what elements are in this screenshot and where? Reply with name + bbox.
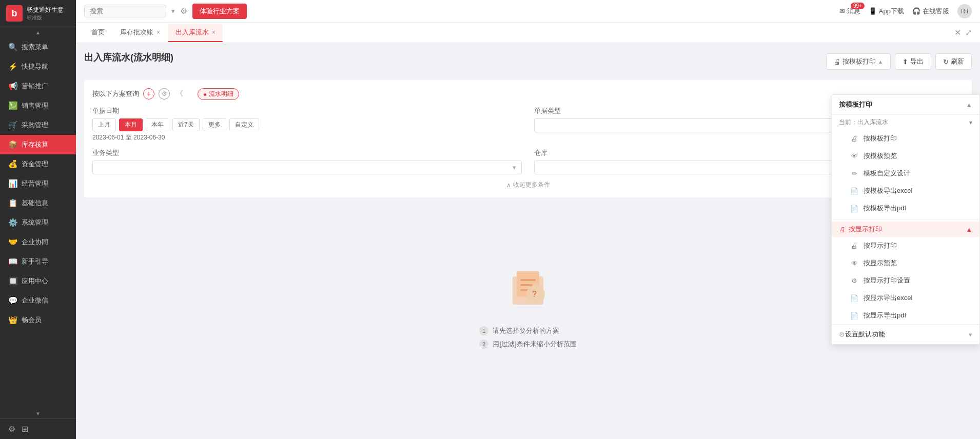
app-download-btn[interactable]: 📱 App下载 [869, 7, 904, 16]
page-title: 出入库流水(流水明细) [84, 51, 173, 64]
date-btns: 上月 本月 本年 近7天 更多 自定义 [92, 118, 522, 131]
print-arrow-icon: ▲ [878, 59, 883, 65]
wechat-icon: 💬 [8, 296, 17, 305]
tab-close-all-btn[interactable]: ✕ [954, 28, 961, 37]
filter-tag-item[interactable]: ● 流水明细 [198, 88, 239, 100]
handshake-icon: 🤝 [8, 237, 17, 247]
sidebar-scroll-up[interactable]: ▲ [0, 27, 76, 37]
display-print-icon: 🖨 [850, 242, 858, 250]
sidebar-item-shortcut[interactable]: ⚡ 快捷导航 [0, 57, 76, 76]
date-btn-custom[interactable]: 自定义 [229, 118, 259, 131]
sidebar-item-marketing[interactable]: 📢 营销推广 [0, 76, 76, 96]
date-btn-more[interactable]: 更多 [203, 118, 226, 131]
display-excel-icon: 📄 [850, 294, 858, 302]
export-btn[interactable]: ⬆ 导出 [895, 53, 931, 70]
dropdown-item-template-pdf[interactable]: 📄 按模板导出pdf [832, 199, 979, 217]
display-preview-icon: 👁 [850, 259, 858, 267]
sidebar-item-member[interactable]: 👑 畅会员 [0, 310, 76, 330]
sidebar-item-purchase[interactable]: 🛒 采购管理 [0, 115, 76, 135]
sidebar-scroll-down[interactable]: ▼ [0, 408, 76, 418]
print-btn[interactable]: 🖨 按模板打印 ▲ [826, 53, 891, 70]
collapse-sidebar-icon[interactable]: ⊞ [22, 424, 28, 434]
export-icon: ⬆ [903, 58, 908, 66]
book-icon: 📖 [8, 257, 17, 266]
header-right: ✉ 消息 99+ 📱 App下载 🎧 在线客服 Rit [839, 4, 972, 18]
tab-batch[interactable]: 库存批次账 × [113, 24, 167, 42]
biz-type-select[interactable]: ▾ [92, 161, 522, 174]
tab-batch-close[interactable]: × [156, 29, 160, 36]
search-input[interactable] [84, 5, 166, 17]
industry-btn[interactable]: 体验行业方案 [192, 4, 247, 19]
tab-flow-close[interactable]: × [212, 29, 215, 36]
dropdown-collapse-icon[interactable]: ▲ [966, 101, 972, 109]
dropdown-item-display-pdf[interactable]: 📄 按显示导出pdf [832, 307, 979, 324]
logo-text: 畅捷通好生意 标准版 [27, 6, 64, 22]
sidebar-item-collab[interactable]: 🤝 企业协同 [0, 232, 76, 252]
sidebar-item-basic[interactable]: 📋 基础信息 [0, 193, 76, 213]
dropdown-item-display-excel[interactable]: 📄 按显示导出excel [832, 289, 979, 307]
money-icon: 💰 [8, 159, 17, 169]
date-btn-this-year[interactable]: 本年 [146, 118, 169, 131]
display-section-arrow: ▲ [966, 226, 972, 233]
refresh-btn[interactable]: ↻ 刷新 [935, 53, 972, 70]
tab-home[interactable]: 首页 [84, 24, 112, 42]
collapse-btn[interactable]: ∧ 收起更多条件 [506, 181, 550, 189]
dropdown-item-template-preview[interactable]: 👁 按模板预览 [832, 147, 979, 165]
sidebar-item-sales[interactable]: 💹 销售管理 [0, 96, 76, 115]
sidebar-item-wechat[interactable]: 💬 企业微信 [0, 291, 76, 310]
biz-type-section: 业务类型 ▾ [92, 148, 522, 174]
footer-arrow-icon: ▾ [969, 331, 972, 338]
dropdown-display-header[interactable]: 🖨 按显示打印 ▲ [832, 222, 979, 237]
print-small-icon: 🖨 [850, 134, 858, 143]
sidebar-item-operation[interactable]: 📊 经营管理 [0, 174, 76, 193]
empty-hints: 1 请先选择要分析的方案 2 用[过滤]条件来缩小分析范围 [479, 324, 576, 351]
settings-footer-icon[interactable]: ⚙ [8, 424, 15, 434]
sidebar-item-finance[interactable]: 💰 资金管理 [0, 154, 76, 174]
refresh-icon: ↻ [943, 58, 949, 66]
dropdown-arrow-icon[interactable]: ▾ [171, 7, 175, 15]
tab-bar-right: ✕ ⤢ [954, 28, 972, 37]
footer-gear-icon: ⚙ [839, 331, 845, 338]
date-btn-this-month[interactable]: 本月 [119, 118, 143, 131]
sidebar-item-inventory[interactable]: 📦 库存核算 [0, 135, 76, 154]
message-btn[interactable]: ✉ 消息 99+ [839, 7, 860, 16]
sidebar-item-system[interactable]: ⚙️ 系统管理 [0, 213, 76, 232]
dropdown-current: 当前：出入库流水 ▾ [832, 115, 979, 130]
dropdown-footer[interactable]: ⚙ 设置默认功能 ▾ [832, 324, 979, 344]
sidebar-item-apps[interactable]: 🔲 应用中心 [0, 271, 76, 291]
dropdown-item-display-settings[interactable]: ⚙ 按显示打印设置 [832, 272, 979, 289]
sidebar-nav: 🔍 搜索菜单 ⚡ 快捷导航 📢 营销推广 💹 销售管理 🛒 采购管理 📦 库存核… [0, 37, 76, 408]
preview-icon: 👁 [850, 152, 858, 160]
box-icon: 📦 [8, 140, 17, 149]
dropdown-item-template-excel[interactable]: 📄 按模板导出excel [832, 182, 979, 199]
main-area: ▾ ⚙ 体验行业方案 ✉ 消息 99+ 📱 App下载 🎧 在线客服 Rit 首… [76, 0, 980, 439]
dropdown-item-display-print[interactable]: 🖨 按显示打印 [832, 237, 979, 254]
filter-add-btn[interactable]: + [143, 88, 154, 99]
date-range: 2023-06-01 至 2023-06-30 [92, 133, 522, 142]
tab-expand-btn[interactable]: ⤢ [965, 28, 972, 37]
svg-rect-2 [520, 279, 536, 281]
sidebar-item-search[interactable]: 🔍 搜索菜单 [0, 37, 76, 57]
header-gear-icon[interactable]: ⚙ [180, 6, 187, 16]
tab-flow[interactable]: 出入库流水 × [168, 24, 223, 42]
gear-icon: ⚙️ [8, 218, 17, 227]
filter-set-btn[interactable]: ⚙ [159, 88, 170, 99]
empty-hint-1: 1 请先选择要分析的方案 [479, 324, 576, 337]
dropdown-item-template-custom[interactable]: ✏ 模板自定义设计 [832, 165, 979, 182]
dropdown-item-template-print[interactable]: 🖨 按模板打印 [832, 130, 979, 147]
cart-icon: 🛒 [8, 121, 17, 130]
online-service-btn[interactable]: 🎧 在线客服 [912, 7, 949, 16]
dropdown-divider [832, 219, 979, 220]
user-avatar[interactable]: Rit [957, 4, 972, 18]
sidebar-item-guide[interactable]: 📖 新手引导 [0, 252, 76, 271]
flash-icon: ⚡ [8, 62, 17, 71]
bar-chart-icon: 📊 [8, 179, 17, 188]
date-btn-7days[interactable]: 近7天 [172, 118, 200, 131]
dropdown-item-display-preview[interactable]: 👁 按显示预览 [832, 254, 979, 272]
empty-hint-2: 2 用[过滤]条件来缩小分析范围 [479, 337, 576, 351]
apps-icon: 🔲 [8, 276, 17, 286]
tab-bar: 首页 库存批次账 × 出入库流水 × ✕ ⤢ [76, 23, 980, 43]
filter-expand-btn[interactable]: 《 [174, 88, 185, 99]
date-btn-last-month[interactable]: 上月 [92, 118, 116, 131]
filter-tag-icon: ● [203, 91, 207, 98]
